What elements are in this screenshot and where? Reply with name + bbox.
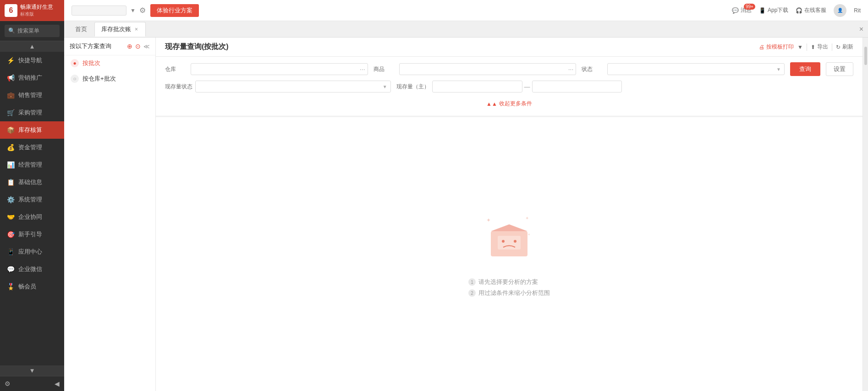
tab-close-button[interactable]: × <box>134 26 139 33</box>
active-tab-label: 库存批次账 <box>101 25 131 33</box>
right-scrollbar[interactable] <box>863 38 868 391</box>
warehouse-label: 仓库 <box>165 65 188 73</box>
print-button[interactable]: 🖨 按模板打印 <box>759 43 794 51</box>
nav-dropdown-button[interactable]: ▼ <box>130 7 136 14</box>
empty-tips: 1 请先选择要分析的方案 2 用过滤条件来缩小分析范围 <box>468 278 550 300</box>
sidebar-scroll-up-button[interactable]: ▲ <box>0 41 64 52</box>
user-name: Rit <box>854 7 861 14</box>
search-menu-button[interactable]: 🔍 搜索菜单 <box>5 25 60 37</box>
sidebar-item-label: 资金管理 <box>18 143 42 152</box>
product-dots-button[interactable]: ··· <box>568 65 574 73</box>
inventory-main-max-input[interactable] <box>532 81 622 92</box>
filter-settings-button[interactable]: ⊙ <box>135 43 141 50</box>
status-select[interactable] <box>607 63 785 75</box>
sidebar-item-label: 采购管理 <box>18 109 42 117</box>
sidebar-settings-button[interactable]: ⚙ <box>5 380 11 387</box>
service-icon: 🎧 <box>796 7 802 14</box>
inventory-main-label: 现存量（主） <box>396 83 429 91</box>
empty-tip-2: 2 用过滤条件来缩小分析范围 <box>468 289 550 297</box>
topbar-settings-button[interactable]: ⚙ <box>139 6 146 15</box>
sidebar-item-label: 企业微信 <box>18 265 42 273</box>
topbar-left: ▼ ⚙ <box>71 5 146 16</box>
collapse-more-label: 收起更多条件 <box>499 100 532 108</box>
query-form: 仓库 ··· 商品 ··· <box>156 57 863 116</box>
inventory-status-field: 现存量状态 ▼ <box>165 81 391 92</box>
print-dropdown-button[interactable]: ▼ <box>797 44 803 50</box>
purchase-icon: 🛒 <box>6 109 15 117</box>
inventory-status-label: 现存量状态 <box>165 83 192 91</box>
svg-point-3 <box>514 240 516 243</box>
export-button[interactable]: ⬆ 导出 <box>811 43 828 51</box>
tabbar-close-all-button[interactable]: × <box>859 25 863 33</box>
app-version: 标准版 <box>20 11 53 17</box>
query-settings-button[interactable]: 设置 <box>826 62 853 76</box>
filter-item-warehouse-batch[interactable]: ○ 按仓库+批次 <box>64 71 155 87</box>
sidebar-item-label: 销售管理 <box>18 91 42 99</box>
page-header-actions: 🖨 按模板打印 ▼ ⬆ 导出 ↻ 刷新 <box>759 43 853 51</box>
settings-icon: ⚙ <box>5 380 11 387</box>
sidebar-item-label: 畅会员 <box>18 282 36 291</box>
sidebar-scroll-down-button[interactable]: ▼ <box>0 365 64 376</box>
sidebar-item-label: 经营管理 <box>18 161 42 169</box>
filter-panel: 按以下方案查询 ⊕ ⊙ ≪ ● 按批次 ○ 按仓库+批次 <box>64 38 156 391</box>
sidebar-item-shortcut[interactable]: ⚡ 快捷导航 <box>0 52 64 69</box>
filter-panel-header: 按以下方案查询 ⊕ ⊙ ≪ <box>64 38 155 55</box>
sidebar-item-member[interactable]: 🎖️ 畅会员 <box>0 278 64 295</box>
filter-panel-title: 按以下方案查询 <box>70 42 111 50</box>
sidebar-item-finance[interactable]: 💰 资金管理 <box>0 139 64 156</box>
user-avatar[interactable]: 👤 <box>834 4 846 17</box>
divider <box>807 43 807 51</box>
sidebar-item-sales[interactable]: 💼 销售管理 <box>0 87 64 104</box>
sidebar-item-marketing[interactable]: 📢 营销推广 <box>0 69 64 87</box>
empty-state: ✦ ✦ ✦ 1 请先选择要分析的方案 2 用过滤条件来缩小分析范围 <box>156 117 863 391</box>
empty-tip-1: 1 请先选择要分析的方案 <box>468 278 550 286</box>
sidebar-item-appstore[interactable]: 📱 应用中心 <box>0 243 64 261</box>
sidebar-item-wechat[interactable]: 💬 企业微信 <box>0 261 64 278</box>
sidebar-nav: ⚡ 快捷导航 📢 营销推广 💼 销售管理 🛒 采购管理 📦 库存核算 💰 资金管… <box>0 52 64 365</box>
tab-inventory-batch[interactable]: 库存批次账 × <box>94 22 146 37</box>
page-title: 现存量查询(按批次) <box>165 42 229 52</box>
sidebar-item-system[interactable]: ⚙️ 系统管理 <box>0 191 64 208</box>
tabbar-right: × <box>859 25 863 33</box>
filter-collapse-button[interactable]: ≪ <box>143 43 150 50</box>
inventory-status-select[interactable] <box>195 81 391 92</box>
warehouse-dots-button[interactable]: ··· <box>360 65 365 73</box>
collapse-more-button[interactable]: ▲▲ 收起更多条件 <box>165 97 853 110</box>
query-row-1: 仓库 ··· 商品 ··· <box>165 62 853 76</box>
inventory-main-min-input[interactable] <box>432 81 522 92</box>
main-area: ▼ ⚙ 体验行业方案 💬 消息 99+ 📱 App下载 🎧 在线客服 👤 Rit <box>64 0 868 391</box>
sidebar-item-business[interactable]: 📊 经营管理 <box>0 156 64 174</box>
tip-number-2: 2 <box>468 289 476 297</box>
business-icon: 📊 <box>6 161 15 169</box>
tip-number-1: 1 <box>468 278 476 286</box>
sidebar-item-purchase[interactable]: 🛒 采购管理 <box>0 104 64 121</box>
nav-breadcrumb-input[interactable] <box>71 5 126 16</box>
app-download-button[interactable]: 📱 App下载 <box>759 6 788 14</box>
app-download-label: App下载 <box>768 6 788 14</box>
sidebar-collapse-button[interactable]: ◀ <box>55 380 60 387</box>
filter-add-button[interactable]: ⊕ <box>127 43 132 50</box>
warehouse-batch-icon: ○ <box>71 75 79 83</box>
product-input[interactable] <box>399 63 577 75</box>
sidebar-item-inventory[interactable]: 📦 库存核算 <box>0 121 64 139</box>
collapse-icon: ◀ <box>55 380 60 387</box>
filter-item-batch[interactable]: ● 按批次 <box>64 55 155 71</box>
sidebar-item-basic[interactable]: 📋 基础信息 <box>0 174 64 191</box>
warehouse-input-wrapper: ··· <box>191 63 368 75</box>
query-button[interactable]: 查询 <box>790 62 820 76</box>
sidebar-item-enterprise[interactable]: 🤝 企业协同 <box>0 208 64 226</box>
product-label: 商品 <box>374 65 396 73</box>
app-logo: 6 <box>5 4 17 17</box>
sidebar-item-label: 新手引导 <box>18 230 42 239</box>
sales-icon: 💼 <box>6 91 15 99</box>
tab-home[interactable]: 首页 <box>69 22 93 36</box>
trial-button[interactable]: 体验行业方案 <box>150 4 199 17</box>
warehouse-input[interactable] <box>191 63 368 75</box>
download-icon: 📱 <box>759 7 766 14</box>
refresh-button[interactable]: ↻ 刷新 <box>836 43 853 51</box>
online-service-label: 在线客服 <box>804 6 826 14</box>
online-service-button[interactable]: 🎧 在线客服 <box>796 6 826 14</box>
sidebar-item-newguide[interactable]: 🎯 新手引导 <box>0 226 64 243</box>
member-icon: 🎖️ <box>6 282 15 291</box>
messages-button[interactable]: 💬 消息 99+ <box>732 6 752 14</box>
